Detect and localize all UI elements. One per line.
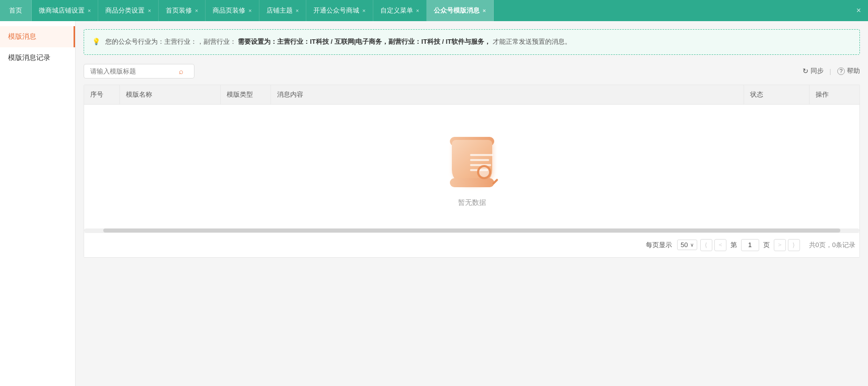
last-page-button[interactable]: ⟩	[788, 239, 800, 251]
notice-highlight: 需要设置为：主营行业：IT科技 / 互联网|电子商务，副营行业：IT科技 / I…	[238, 38, 491, 45]
main-layout: 模版消息 模版消息记录 💡 您的公众号行业为：主营行业：，副营行业： 需要设置为…	[0, 21, 868, 386]
wxshop-tab-label: 开通公众号商城	[313, 6, 359, 15]
prev-page-button[interactable]: ＜	[714, 239, 726, 251]
next-page-button[interactable]: ＞	[774, 239, 786, 251]
theme-tab-close[interactable]: ×	[296, 8, 299, 14]
homepage-tab-close[interactable]: ×	[195, 8, 198, 14]
chevron-down-icon: ∨	[690, 242, 694, 248]
top-nav: 首页 微商城店铺设置 × 商品分类设置 × 首页装修 × 商品页装修 × 店铺主…	[0, 0, 868, 21]
next-page-icon: ＞	[777, 241, 783, 249]
prev-page-icon: ＜	[717, 241, 723, 249]
nav-tab-wxmsg[interactable]: 公众号模版消息 ×	[427, 0, 493, 21]
data-table-container: 序号 模版名称 模版类型 消息内容 状态 操作	[84, 85, 860, 258]
toolbar-divider: |	[830, 67, 831, 75]
empty-illustration	[442, 135, 502, 190]
page-size-select[interactable]: 50 ∨	[677, 240, 697, 250]
nav-tab-category[interactable]: 商品分类设置 ×	[98, 0, 158, 21]
empty-state: 暂无数据	[84, 105, 859, 227]
content-area: 💡 您的公众号行业为：主营行业：，副营行业： 需要设置为：主营行业：IT科技 /…	[76, 21, 868, 386]
wxmsg-tab-label: 公众号模版消息	[434, 6, 480, 15]
nav-tab-wxshop[interactable]: 开通公众号商城 ×	[306, 0, 373, 21]
bulb-icon: 💡	[92, 38, 100, 45]
notice-prefix: 您的公众号行业为：主营行业：，副营行业：	[105, 38, 236, 45]
category-tab-close[interactable]: ×	[148, 8, 151, 14]
close-all-button[interactable]: ×	[849, 6, 868, 15]
table-body: 暂无数据	[84, 104, 859, 227]
search-input[interactable]	[88, 64, 179, 78]
notice-suffix: 才能正常发送预置的消息。	[493, 38, 571, 45]
nav-tab-custommenu[interactable]: 自定义菜单 ×	[373, 0, 427, 21]
magnifier-circle	[477, 165, 491, 179]
sidebar: 模版消息 模版消息记录	[0, 21, 76, 386]
sync-icon: ↻	[803, 67, 809, 75]
nav-tab-home[interactable]: 首页	[0, 0, 32, 21]
sidebar-item-template-msg-log[interactable]: 模版消息记录	[0, 47, 75, 68]
last-page-icon: ⟩	[792, 242, 795, 249]
search-button[interactable]: ⌕	[179, 67, 183, 75]
product-tab-label: 商品页装修	[213, 6, 245, 15]
total-info: 共0页，0条记录	[809, 241, 855, 250]
toolbar-right: ↻ 同步 | ? 帮助	[803, 66, 860, 75]
theme-tab-label: 店铺主题	[266, 6, 293, 15]
sync-label: 同步	[811, 66, 824, 75]
nav-tab-weishop[interactable]: 微商城店铺设置 ×	[32, 0, 98, 21]
first-page-button[interactable]: ⟨	[700, 239, 712, 251]
nav-tab-product[interactable]: 商品页装修 ×	[206, 0, 259, 21]
table-header-row: 序号 模版名称 模版类型 消息内容 状态 操作	[84, 85, 859, 105]
home-tab-label: 首页	[9, 6, 22, 15]
col-seq: 序号	[84, 85, 119, 105]
page-number-label: 第	[730, 241, 737, 250]
current-page-input[interactable]	[741, 239, 759, 251]
help-label: 帮助	[847, 66, 860, 75]
notice-box: 💡 您的公众号行业为：主营行业：，副营行业： 需要设置为：主营行业：IT科技 /…	[84, 29, 860, 55]
help-icon: ?	[837, 67, 845, 75]
data-table: 序号 模版名称 模版类型 消息内容 状态 操作	[84, 85, 859, 227]
nav-tab-theme[interactable]: 店铺主题 ×	[259, 0, 306, 21]
sync-button[interactable]: ↻ 同步	[803, 66, 824, 75]
wxmsg-tab-close[interactable]: ×	[483, 8, 486, 14]
custommenu-tab-close[interactable]: ×	[416, 8, 419, 14]
search-input-wrap[interactable]: ⌕	[84, 64, 194, 79]
sidebar-item-template-msg-log-label: 模版消息记录	[8, 53, 50, 61]
page-size-label: 每页显示	[646, 241, 672, 250]
scroll-line-2	[470, 159, 489, 161]
horizontal-scrollbar[interactable]	[84, 228, 859, 233]
empty-row: 暂无数据	[84, 104, 859, 227]
scrollbar-thumb	[103, 228, 840, 233]
sidebar-item-template-msg-label: 模版消息	[8, 32, 36, 40]
pagination: 每页显示 50 ∨ ⟨ ＜ 第 页 ＞	[84, 233, 859, 257]
page-size-value: 50	[681, 241, 688, 249]
col-action: 操作	[809, 85, 859, 105]
product-tab-close[interactable]: ×	[248, 8, 251, 14]
nav-tab-homepage[interactable]: 首页装修 ×	[159, 0, 206, 21]
wxshop-tab-close[interactable]: ×	[362, 8, 365, 14]
magnifier-icon	[477, 165, 497, 185]
pagination-nav: ⟨ ＜ 第 页 ＞ ⟩	[700, 239, 800, 251]
col-content: 消息内容	[271, 85, 744, 105]
custommenu-tab-label: 自定义菜单	[380, 6, 413, 15]
magnifier-handle	[492, 178, 498, 185]
empty-text: 暂无数据	[458, 198, 486, 207]
col-name: 模版名称	[119, 85, 220, 105]
help-button[interactable]: ? 帮助	[837, 66, 860, 75]
col-type: 模版类型	[220, 85, 271, 105]
first-page-icon: ⟨	[705, 242, 707, 249]
weishop-tab-close[interactable]: ×	[88, 8, 91, 14]
col-status: 状态	[744, 85, 809, 105]
category-tab-label: 商品分类设置	[105, 6, 145, 15]
homepage-tab-label: 首页装修	[166, 6, 192, 15]
sidebar-item-template-msg[interactable]: 模版消息	[0, 26, 75, 47]
scroll-line-1	[470, 154, 493, 156]
search-bar: ⌕ ↻ 同步 | ? 帮助	[84, 64, 860, 79]
weishop-tab-label: 微商城店铺设置	[39, 6, 85, 15]
page-unit-label: 页	[763, 241, 770, 250]
